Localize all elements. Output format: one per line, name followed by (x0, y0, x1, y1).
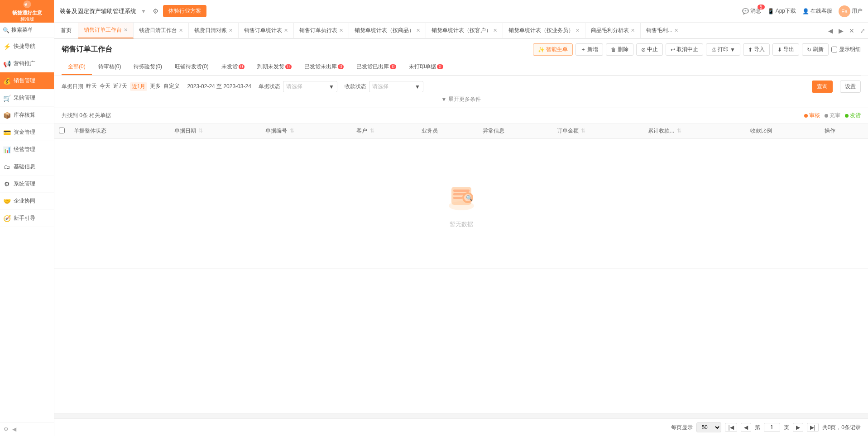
dropdown-arrow-icon[interactable]: ▼ (141, 8, 146, 14)
status-tab-pending-audit[interactable]: 待审核(0) (92, 59, 128, 75)
sidebar-item-finance[interactable]: 💳 资金管理 (0, 124, 54, 141)
sidebar-item-quick-nav[interactable]: ⚡ 快捷导航 (0, 38, 54, 55)
tab-sales-product[interactable]: 销货单统计表（按商品） ✕ (349, 23, 426, 38)
page-last-btn[interactable]: ▶| (807, 423, 819, 432)
cancel-stop-btn[interactable]: ↩ 取消中止 (666, 43, 703, 56)
sidebar-item-system[interactable]: ⚙ 系统管理 (0, 175, 54, 193)
tab-sales-exec[interactable]: 销售订单执行表 ✕ (294, 23, 349, 38)
expand-icon: ▼ (441, 96, 447, 103)
tab-gross-margin[interactable]: 商品毛利分析表 ✕ (585, 23, 641, 38)
tab-nav-prev[interactable]: ◀ (825, 25, 836, 36)
message-btn[interactable]: 💬 消息 5 (742, 7, 761, 15)
status-tab-not-printed[interactable]: 未打印单据0 (403, 59, 450, 75)
print-btn[interactable]: 🖨 打印 ▼ (706, 43, 740, 56)
ship-action[interactable]: 发货 (845, 112, 861, 119)
sidebar-item-basic-info[interactable]: 🗂 基础信息 (0, 158, 54, 175)
shortcut-more[interactable]: 更多 (150, 82, 161, 91)
sidebar-item-purchase[interactable]: 🛒 采购管理 (0, 90, 54, 107)
show-detail-checkbox[interactable] (831, 47, 837, 52)
close-tab-10[interactable]: ✕ (674, 28, 678, 33)
system-icon: ⚙ (3, 180, 11, 188)
guide-label: 新手引导 (14, 214, 35, 222)
close-tab-5[interactable]: ✕ (339, 28, 343, 33)
show-detail-toggle[interactable]: 显示明细 (831, 46, 861, 53)
tab-nav-next[interactable]: ▶ (836, 25, 846, 36)
tab-actions: ◀ ▶ ✕ ⤢ (825, 25, 868, 36)
industry-btn[interactable]: 体验行业方案 (163, 5, 206, 17)
th-collected[interactable]: 累计收款... ⇅ (643, 123, 745, 139)
scrollbar[interactable] (54, 413, 868, 418)
close-tab-6[interactable]: ✕ (416, 28, 420, 33)
close-tab-4[interactable]: ✕ (284, 28, 288, 33)
shortcut-7days[interactable]: 近7天 (113, 82, 127, 91)
settings-filter-btn[interactable]: 设置 (840, 81, 861, 93)
select-all-checkbox[interactable] (59, 128, 65, 133)
enterprise-icon: 🤝 (3, 198, 11, 205)
online-service-btn[interactable]: 👤 在线客服 (802, 7, 832, 15)
export-btn[interactable]: ⬇ 导出 (772, 43, 799, 56)
page-input[interactable] (764, 423, 780, 432)
sidebar-item-sales[interactable]: 💰 销售管理 (0, 72, 54, 90)
shortcut-1month[interactable]: 近1月 (130, 82, 148, 91)
tab-sales-customer[interactable]: 销货单统计表（按客户） ✕ (426, 23, 503, 38)
status-tab-not-shipped[interactable]: 未发货0 (215, 59, 251, 75)
user-menu-btn[interactable]: Ea 用户 (839, 5, 863, 17)
sidebar-item-guide[interactable]: 🧭 新手引导 (0, 210, 54, 227)
th-select-all[interactable] (54, 123, 69, 139)
sidebar-item-marketing[interactable]: 📢 营销推广 (0, 55, 54, 72)
stop-btn[interactable]: ⊘ 中止 (636, 43, 663, 56)
audit-action[interactable]: 审核 (804, 112, 820, 119)
status-tab-expired-not-shipped[interactable]: 到期未发货0 (251, 59, 298, 75)
status-tab-all[interactable]: 全部(0) (62, 59, 92, 75)
th-number[interactable]: 单据编号 ⇅ (261, 123, 352, 139)
smart-create-btn[interactable]: ✨ 智能生单 (533, 43, 573, 56)
query-btn[interactable]: 查询 (812, 81, 833, 93)
page-prev-btn[interactable]: ◀ (741, 423, 751, 432)
tab-close-all[interactable]: ✕ (846, 25, 857, 36)
settings-bottom-icon[interactable]: ⚙ (4, 426, 9, 432)
th-customer[interactable]: 客户 ⇅ (352, 123, 417, 139)
close-tab-1[interactable]: ✕ (124, 27, 128, 33)
shortcut-today[interactable]: 今天 (100, 82, 110, 91)
import-btn[interactable]: ⬆ 导入 (743, 43, 770, 56)
settings-icon[interactable]: ⚙ (153, 7, 158, 15)
close-tab-7[interactable]: ✕ (493, 28, 497, 33)
add-btn[interactable]: ＋ 新增 (575, 43, 603, 56)
tab-sales-stats[interactable]: 销售订单统计表 ✕ (239, 23, 294, 38)
page-next-btn[interactable]: ▶ (793, 423, 803, 432)
sidebar-item-enterprise[interactable]: 🤝 企业协同 (0, 193, 54, 210)
tab-maximize[interactable]: ⤢ (857, 25, 868, 36)
sidebar-search[interactable]: 🔍 搜索菜单 (0, 23, 54, 38)
refresh-btn[interactable]: ↻ 刷新 (802, 43, 829, 56)
shortcut-custom[interactable]: 自定义 (163, 82, 180, 91)
sidebar-item-operations[interactable]: 📊 经营管理 (0, 141, 54, 158)
expand-filter-btn[interactable]: ▼ 展开更多条件 (62, 95, 861, 103)
per-page-select[interactable]: 50 100 200 (696, 422, 721, 432)
close-tab-2[interactable]: ✕ (179, 28, 183, 33)
revoke-action[interactable]: 充审 (825, 112, 840, 119)
th-date[interactable]: 单据日期 ⇅ (170, 123, 261, 139)
delete-btn[interactable]: 🗑 删除 (606, 43, 633, 56)
th-amount[interactable]: 订单金额 ⇅ (552, 123, 643, 139)
payment-status-select[interactable]: 请选择 ▼ (369, 81, 423, 92)
tab-daily-reconcile[interactable]: 钱货日清对账 ✕ (189, 23, 239, 38)
tab-home[interactable]: 首页 (54, 23, 78, 38)
status-tab-shipped-not-out[interactable]: 已发货未出库0 (298, 59, 350, 75)
doc-status-select[interactable]: 请选择 ▼ (283, 81, 337, 92)
tab-daily-clear[interactable]: 钱货日清工作台 ✕ (134, 23, 189, 38)
sidebar-item-inventory[interactable]: 📦 库存核算 (0, 107, 54, 124)
close-tab-3[interactable]: ✕ (229, 28, 233, 33)
status-tab-pending-pick[interactable]: 待拣验货(0) (127, 59, 168, 75)
close-tab-9[interactable]: ✕ (631, 28, 635, 33)
status-tab-shipped-out[interactable]: 已发货已出库0 (350, 59, 403, 75)
app-download-btn[interactable]: 📱 App下载 (767, 7, 796, 15)
tab-sales-order-workbench[interactable]: 销售订单工作台 ✕ (78, 23, 134, 38)
status-tab-wangpu[interactable]: 旺铺待发货(0) (168, 59, 215, 75)
tab-sales-profit[interactable]: 销售毛利... ✕ (641, 23, 684, 38)
page-first-btn[interactable]: |◀ (725, 423, 737, 432)
close-tab-8[interactable]: ✕ (575, 28, 580, 33)
shortcut-yesterday[interactable]: 昨天 (86, 82, 97, 91)
marketing-icon: 📢 (3, 60, 11, 67)
collapse-icon[interactable]: ◀ (12, 426, 16, 432)
tab-sales-staff[interactable]: 销货单统计表（按业务员） ✕ (503, 23, 585, 38)
